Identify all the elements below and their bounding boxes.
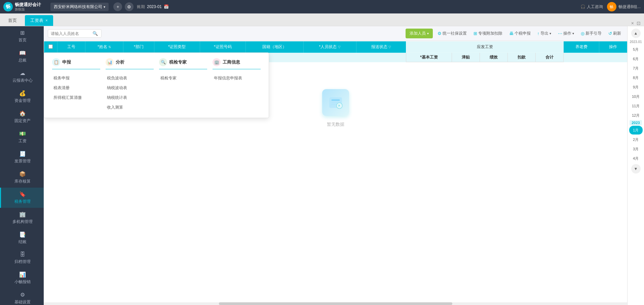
sidebar-item-basic-settings[interactable]: ⚙ 基础设置 xyxy=(0,288,44,305)
menu-item-tax-statistics[interactable]: 纳税统计表 xyxy=(106,93,154,103)
operations-arrow-icon: ▾ xyxy=(572,32,574,35)
tab-home[interactable]: 首页 xyxy=(3,15,22,26)
multi-org-icon: 🏢 xyxy=(19,211,26,218)
sidebar-label-inventory: 库存核算 xyxy=(14,179,31,184)
sidebar-item-fixed-assets[interactable]: 🏠 固定资产 xyxy=(0,107,44,127)
window-close-button[interactable]: × xyxy=(631,21,634,26)
menu-item-income-calc[interactable]: 收入测算 xyxy=(106,103,154,112)
settlement-icon: 📑 xyxy=(19,231,26,238)
scrollbar-thumb[interactable] xyxy=(219,302,452,305)
sidebar-item-home[interactable]: ⊞ 首页 xyxy=(0,26,44,46)
th-department: *部门 xyxy=(123,41,154,53)
user-area[interactable]: 畅 畅捷通B组... xyxy=(607,2,641,11)
th-id-type: *证照类型 xyxy=(154,41,200,53)
th-status-label: *人员状态 xyxy=(319,44,337,49)
declaration-icon: 📋 xyxy=(52,58,60,66)
operations-button[interactable]: ⋯ 操作 ▾ xyxy=(556,29,576,38)
service-button[interactable]: 🎧 人工咨询 xyxy=(580,4,603,10)
search-input[interactable] xyxy=(51,31,91,36)
menu-item-annual-report[interactable]: 年报信息申报表 xyxy=(213,73,261,83)
sidebar-item-archive[interactable]: 🗄 归档管理 xyxy=(0,248,44,268)
service-label: 人工咨询 xyxy=(587,4,603,10)
tax-declaration-button[interactable]: 🖶 个税申报 xyxy=(507,29,533,38)
sidebar-label-ledger: 总账 xyxy=(18,58,27,63)
sort-icon: ⇅ xyxy=(108,45,111,49)
main-layout: ⊞ 首页 📖 总账 ☁ 云报表中心 💰 资金管理 🏠 固定资产 💵 工资 🧾 发… xyxy=(0,26,644,305)
sidebar-item-inventory[interactable]: 📦 库存核算 xyxy=(0,167,44,188)
sidebar-label-settings: 基础设置 xyxy=(14,299,31,305)
th-staff-id: 工号 xyxy=(58,41,85,53)
company-name: 西安虾米网络科技有限公司 xyxy=(54,4,102,10)
sidebar-item-ledger[interactable]: 📖 总账 xyxy=(0,46,44,67)
sidebar-item-settlement[interactable]: 📑 结账 xyxy=(0,228,44,248)
calendar-next-button[interactable]: ▼ xyxy=(631,164,641,174)
cal-month-3[interactable]: 3月 xyxy=(629,145,643,153)
cal-month-6[interactable]: 6月 xyxy=(629,54,643,63)
search-icon: 🔍 xyxy=(92,31,98,36)
sidebar-label-multi-org: 多机构管理 xyxy=(12,219,33,225)
horizontal-scrollbar[interactable] xyxy=(44,302,627,305)
tab-close-icon[interactable]: × xyxy=(45,18,48,23)
dropdown-col-analysis: 📊 分析 税负波动表 纳税波动表 纳税统计表 收入测算 xyxy=(103,58,156,112)
settings-button[interactable]: ⚙ xyxy=(125,2,134,11)
cal-month-5[interactable]: 5月 xyxy=(629,45,643,54)
report-filter-icon: ▽ xyxy=(388,45,391,49)
tab-bar: 首页 工资表 × × ⊡ xyxy=(0,13,644,26)
refresh-button[interactable]: ↺ 刷新 xyxy=(606,29,623,38)
sidebar-item-invoice[interactable]: 🧾 发票管理 xyxy=(0,147,44,167)
cal-month-11[interactable]: 11月 xyxy=(629,102,643,110)
tab-salary[interactable]: 工资表 × xyxy=(25,15,53,26)
menu-item-tax-table[interactable]: 税表清册 xyxy=(52,83,100,93)
guide-icon: ◎ xyxy=(581,31,584,36)
cal-month-12[interactable]: 12月 xyxy=(629,111,643,120)
sidebar-item-multi-org[interactable]: 🏢 多机构管理 xyxy=(0,208,44,228)
window-restore-button[interactable]: ⊡ xyxy=(637,21,641,26)
sidebar-item-mini-report[interactable]: 📊 小畅报销 xyxy=(0,268,44,288)
calendar-prev-button[interactable]: ▲ xyxy=(631,29,641,38)
th-name-label: *姓名 xyxy=(98,44,107,49)
special-deduction-button[interactable]: ⊞ 专项附加扣除 xyxy=(471,29,504,38)
search-box: 🔍 xyxy=(48,29,102,38)
sidebar-label-salary: 工资 xyxy=(18,138,27,144)
cal-month-8[interactable]: 8月 xyxy=(629,73,643,82)
menu-item-tax-burden[interactable]: 税负波动表 xyxy=(106,73,154,83)
cal-month-9[interactable]: 9月 xyxy=(629,83,643,91)
special-deduction-icon: ⊞ xyxy=(473,31,477,36)
select-all-checkbox[interactable] xyxy=(48,44,53,49)
menu-item-tax-declaration[interactable]: 税务申报 xyxy=(52,73,100,83)
cal-month-1-active[interactable]: 1月 xyxy=(629,126,643,135)
sidebar-item-salary[interactable]: 💵 工资 xyxy=(0,127,44,147)
sidebar-item-cloud-report[interactable]: ☁ 云报表中心 xyxy=(0,67,44,87)
empty-text: 暂无数据 xyxy=(327,121,344,127)
cloud-icon: ☁ xyxy=(20,70,25,76)
menu-item-tax-fluctuation[interactable]: 纳税波动表 xyxy=(106,83,154,93)
th-social-insurance: 养老费 xyxy=(564,41,599,53)
sidebar-label-tax: 税务管理 xyxy=(14,199,31,204)
calendar-icon[interactable]: 📅 xyxy=(164,4,169,9)
cal-month-10[interactable]: 10月 xyxy=(629,92,643,101)
cal-month-4[interactable]: 4月 xyxy=(629,154,643,163)
header-actions: ＋ ⚙ xyxy=(113,2,134,11)
th-citizenship: 国籍（地区） xyxy=(245,41,303,53)
menu-item-tax-expert[interactable]: 税检专家 xyxy=(159,73,207,83)
guide-button[interactable]: ◎ 新手引导 xyxy=(579,29,604,38)
sidebar-item-fund[interactable]: 💰 资金管理 xyxy=(0,87,44,107)
company-selector[interactable]: 西安虾米网络科技有限公司 ▾ xyxy=(50,3,109,11)
menu-item-income-tax[interactable]: 所得税汇算清缴 xyxy=(52,93,100,103)
th-status[interactable]: *人员状态 ▽ xyxy=(303,41,356,53)
content-inner: 🔍 添加人员 ▾ ⚙ 统一社保设置 ⊞ 专项附加扣除 xyxy=(44,26,644,305)
th-report-status[interactable]: 报送状态 ▽ xyxy=(356,41,406,53)
th-checkbox[interactable] xyxy=(44,41,58,53)
social-security-button[interactable]: ⚙ 统一社保设置 xyxy=(435,29,469,38)
sidebar-item-tax[interactable]: 🔖 税务管理 xyxy=(0,188,44,208)
add-company-button[interactable]: ＋ xyxy=(113,2,122,11)
invoice-icon: 🧾 xyxy=(19,151,26,157)
cal-month-7[interactable]: 7月 xyxy=(629,64,643,73)
cal-month-2[interactable]: 2月 xyxy=(629,135,643,144)
export-button[interactable]: ↑ 导出 ▾ xyxy=(535,29,554,38)
th-name[interactable]: *姓名 ⇅ xyxy=(85,41,123,53)
tax-expert-icon: 🔍 xyxy=(159,58,167,66)
add-person-button[interactable]: 添加人员 ▾ xyxy=(406,29,433,38)
home-icon: ⊞ xyxy=(20,30,25,36)
period-label: 账期 xyxy=(137,4,145,10)
